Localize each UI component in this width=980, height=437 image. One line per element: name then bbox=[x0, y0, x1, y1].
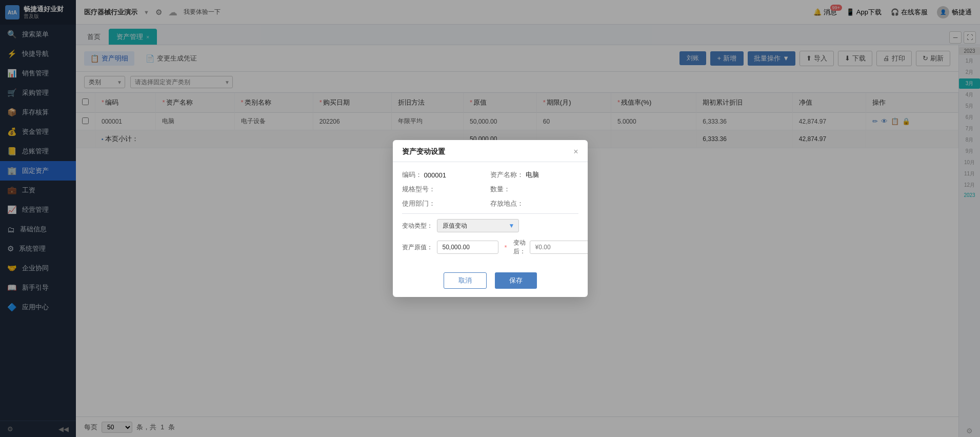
changetype-field-label: 变动类型： bbox=[402, 222, 433, 230]
after-change-input[interactable] bbox=[530, 241, 588, 254]
save-button[interactable]: 保存 bbox=[495, 272, 537, 289]
dialog-title: 资产变动设置 bbox=[402, 147, 445, 156]
code-value: 000001 bbox=[424, 171, 446, 179]
assetname-label: 资产名称： bbox=[490, 170, 524, 180]
dialog-spec-field: 规格型号： bbox=[402, 185, 490, 194]
dialog-info-row-3: 使用部门： 存放地点： bbox=[402, 199, 578, 208]
dialog-footer: 取消 保存 bbox=[393, 267, 588, 297]
dialog-dept-field: 使用部门： bbox=[402, 199, 490, 208]
dialog-close-button[interactable]: × bbox=[573, 147, 578, 156]
after-change-label: 变动后： bbox=[513, 239, 526, 256]
changetype-select[interactable]: 原值变动 bbox=[437, 219, 519, 232]
quantity-label: 数量： bbox=[490, 185, 510, 194]
asset-change-dialog: 资产变动设置 × 编码： 000001 资产名称： 电脑 规格型号： bbox=[393, 140, 588, 297]
changetype-select-wrap: 原值变动 ▼ bbox=[437, 219, 519, 232]
original-value-field-label: 资产原值： bbox=[402, 243, 433, 252]
dialog-divider bbox=[402, 213, 578, 214]
dialog-quantity-field: 数量： bbox=[490, 185, 578, 194]
modal-overlay: 资产变动设置 × 编码： 000001 资产名称： 电脑 规格型号： bbox=[0, 0, 980, 437]
dialog-location-field: 存放地点： bbox=[490, 199, 578, 208]
dialog-changetype-row: 变动类型： 原值变动 ▼ bbox=[402, 219, 578, 232]
assetname-value: 电脑 bbox=[526, 170, 539, 180]
code-label: 编码： bbox=[402, 170, 422, 180]
dialog-code-field: 编码： 000001 bbox=[402, 170, 490, 180]
dialog-info-row-2: 规格型号： 数量： bbox=[402, 185, 578, 194]
dialog-original-value-row: 资产原值： * 变动后： bbox=[402, 239, 578, 256]
location-label: 存放地点： bbox=[490, 199, 524, 208]
dialog-assetname-field: 资产名称： 电脑 bbox=[490, 170, 578, 180]
spec-label: 规格型号： bbox=[402, 185, 435, 194]
dialog-header: 资产变动设置 × bbox=[393, 140, 588, 162]
cancel-button[interactable]: 取消 bbox=[444, 272, 487, 289]
original-value-input[interactable] bbox=[437, 241, 498, 254]
required-star: * bbox=[505, 244, 507, 251]
dialog-body: 编码： 000001 资产名称： 电脑 规格型号： 数量： bbox=[393, 162, 588, 267]
dialog-info-row-1: 编码： 000001 资产名称： 电脑 bbox=[402, 170, 578, 180]
dept-label: 使用部门： bbox=[402, 199, 435, 208]
